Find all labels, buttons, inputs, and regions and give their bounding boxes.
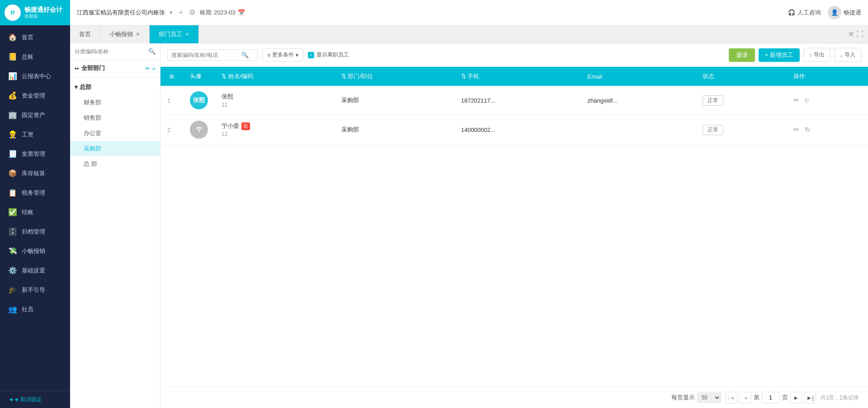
import-button[interactable]: ↓ 导入 [834, 48, 861, 62]
sidebar-item-settings[interactable]: ⚙️ 基础设置 [0, 261, 70, 280]
employee-code: 11 [222, 102, 328, 108]
sidebar-item-expense[interactable]: 💸 小畅报销 [0, 241, 70, 261]
status-badge: 正常 [703, 125, 723, 135]
tab-expand-action[interactable]: ⛶ [856, 30, 863, 38]
export-label: 导出 [814, 51, 825, 59]
dept-item-root[interactable]: ▾ 总部 [70, 80, 160, 95]
sidebar-item-inventory[interactable]: 📦 库存核算 [0, 164, 70, 183]
calendar-icon[interactable]: 📅 [238, 9, 245, 16]
filter-button[interactable]: ≡ 更多条件 ▾ [262, 48, 303, 61]
dept-item-office[interactable]: 办公室 [70, 126, 160, 141]
show-inactive-toggle[interactable]: ✓ 显示离职员工 [308, 51, 349, 59]
filter-label: 更多条件 [272, 51, 294, 59]
table-row: 2 宁 宁小壹 应 12 采购部 [160, 115, 868, 145]
unpin-button[interactable]: ◄◄ 取消固定 [0, 391, 70, 408]
sidebar-item-close[interactable]: ✅ 结账 [0, 202, 70, 222]
ledger-icon: 📒 [8, 52, 17, 61]
col-dept[interactable]: ⇅ 部门/职位 [335, 67, 454, 86]
sidebar-item-payroll[interactable]: 👷 工资 [0, 125, 70, 144]
top-bar-right: 🎧 人工咨询 👤 畅捷通 [788, 6, 861, 19]
sidebar-item-ledger[interactable]: 📒 总账 [0, 47, 70, 66]
pagination: 每页显示 50 20 100 |◄ ◄ 第 页 ► ►| 共1页，2条记 [160, 387, 868, 408]
filter-icon: ≡ [267, 52, 270, 58]
collapse-dept-button[interactable]: « [152, 65, 156, 72]
sidebar-item-home[interactable]: 🏠 首页 [0, 28, 70, 47]
page-input[interactable] [762, 392, 780, 403]
tab-bar: 首页 小畅报销 ✕ 部门员工 ✕ ✕ ⛶ [70, 25, 868, 43]
prev-page-button[interactable]: ◄ [740, 392, 751, 403]
row-name-cell: 宁小壹 应 12 [215, 115, 335, 145]
tab-department-close-icon[interactable]: ✕ [185, 31, 189, 38]
add-employee-button[interactable]: + 新增员工 [759, 48, 800, 62]
tab-close-action[interactable]: ✕ [848, 30, 854, 38]
toolbar: 🔍 ≡ 更多条件 ▾ ✓ 显示离职员工 邀请 + 新增员工 ↑ 导出 [160, 43, 868, 67]
expense-icon: 💸 [8, 247, 17, 255]
row-dept: 采购部 [335, 115, 454, 145]
all-dept-title: ▪▪ 全部部门 [75, 64, 105, 72]
row-phone: 187202117... [454, 86, 581, 115]
row-num: 2 [160, 115, 183, 145]
sidebar-item-reports[interactable]: 📊 云报表中心 [0, 66, 70, 86]
tab-home[interactable]: 首页 [70, 25, 100, 43]
settings-button[interactable]: ⚙ [189, 8, 195, 17]
support-button[interactable]: 🎧 人工咨询 [788, 9, 821, 17]
import-label: 导入 [844, 51, 855, 59]
logout-button[interactable]: ⎋ [805, 96, 809, 104]
show-inactive-label: 显示离职员工 [316, 51, 349, 59]
refresh-button[interactable]: ↻ [805, 126, 811, 134]
content-area: 🔍 ▪▪ 全部部门 ✏ « ▾ 总部 财务部 销售部 办公室 采购部 总 部 [70, 43, 868, 408]
user-avatar: 👤 [828, 6, 841, 19]
search-icon[interactable]: 🔍 [241, 52, 249, 58]
first-page-button[interactable]: |◄ [726, 392, 737, 403]
dept-item-general[interactable]: 总 部 [70, 156, 160, 172]
next-page-button[interactable]: ► [790, 392, 802, 403]
company-dropdown-icon[interactable]: ▾ [170, 9, 173, 16]
edit-dept-button[interactable]: ✏ [145, 65, 150, 72]
page-suffix: 页 [782, 394, 788, 402]
sidebar-item-members[interactable]: 👥 社员 [0, 300, 70, 319]
row-phone: 140000002... [454, 115, 581, 145]
col-name[interactable]: ⇅ 姓名/编码 [215, 67, 335, 86]
tab-expense[interactable]: 小畅报销 ✕ [100, 25, 150, 43]
last-page-button[interactable]: ►| [804, 392, 816, 403]
col-email: Email [581, 67, 696, 86]
archive-icon: 🗄️ [8, 227, 17, 236]
sidebar-item-assets[interactable]: 🏢 固定资产 [0, 105, 70, 125]
user-name: 畅捷通 [844, 9, 861, 17]
col-phone[interactable]: ⇅ 手机 [454, 67, 581, 86]
assets-icon: 🏢 [8, 111, 17, 119]
tab-expense-label: 小畅报销 [109, 30, 133, 38]
add-tab-button[interactable]: ＋ [177, 8, 184, 17]
sidebar-item-guide[interactable]: 🎓 新手引导 [0, 280, 70, 300]
dept-search-input[interactable] [75, 48, 146, 55]
user-info[interactable]: 👤 畅捷通 [828, 6, 861, 19]
sidebar-item-invoice[interactable]: 🧾 发票管理 [0, 144, 70, 164]
invoice-icon: 🧾 [8, 150, 17, 158]
row-actions: ✏ ⎋ [787, 86, 868, 115]
dept-search-icon[interactable]: 🔍 [148, 48, 156, 55]
dept-item-purchase[interactable]: 采购部 [70, 141, 160, 156]
sidebar-item-archive[interactable]: 🗄️ 归档管理 [0, 222, 70, 241]
sidebar-item-label: 税务管理 [22, 189, 45, 197]
dept-item-sales[interactable]: 销售部 [70, 110, 160, 126]
employee-search-input[interactable] [171, 52, 239, 58]
tax-icon: 📋 [8, 188, 17, 197]
col-settings[interactable]: ⚙ [160, 67, 183, 86]
row-email [581, 115, 696, 145]
tab-department[interactable]: 部门员工 ✕ [150, 25, 199, 43]
tab-home-label: 首页 [79, 30, 91, 38]
dept-item-finance[interactable]: 财务部 [70, 95, 160, 110]
edit-button[interactable]: ✏ [793, 126, 799, 134]
employee-code: 12 [222, 131, 328, 137]
row-status: 正常 [696, 86, 787, 115]
sidebar-item-tax[interactable]: 📋 税务管理 [0, 183, 70, 202]
employee-name-group: 宁小壹 应 [222, 122, 328, 130]
export-button[interactable]: ↑ 导出 [803, 48, 830, 62]
show-inactive-checkbox[interactable]: ✓ [308, 52, 314, 58]
sidebar-item-label: 固定资产 [22, 111, 45, 119]
sidebar-item-finance[interactable]: 💰 资金管理 [0, 86, 70, 105]
per-page-dropdown[interactable]: 50 20 100 [697, 393, 721, 403]
tab-expense-close-icon[interactable]: ✕ [136, 31, 140, 38]
invite-button[interactable]: 邀请 [729, 48, 755, 62]
edit-button[interactable]: ✏ [793, 96, 799, 104]
